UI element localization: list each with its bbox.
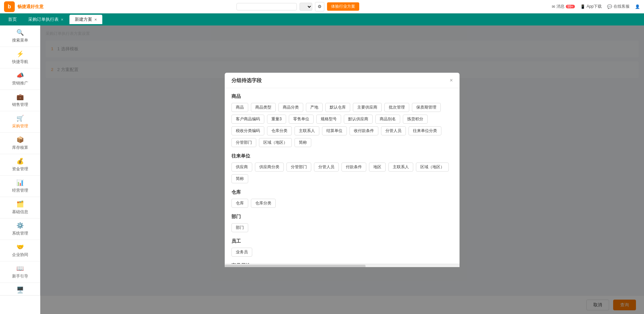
field-tag[interactable]: 规格型号 xyxy=(316,115,341,124)
field-tag[interactable]: 区域（地区） xyxy=(259,138,292,147)
sidebar-item-shortcuts[interactable]: ⚡ 快捷导航 xyxy=(0,47,40,68)
header-search-input[interactable] xyxy=(236,3,297,10)
tab-home[interactable]: 首页 xyxy=(3,15,22,24)
field-tag[interactable]: 主联系人 xyxy=(388,163,413,172)
field-tag[interactable]: 默认仓库 xyxy=(325,103,350,112)
sidebar-item-marketing-label: 营销推广 xyxy=(12,80,28,86)
sidebar: 🔍 搜索菜单 ⚡ 快捷导航 📣 营销推广 💼 销售管理 🛒 采购管理 📦 库存核… xyxy=(0,25,40,314)
field-tag[interactable]: 分管人员 xyxy=(381,126,406,135)
field-tag[interactable]: 商品别名 xyxy=(375,115,400,124)
field-tag[interactable]: 重量3 xyxy=(267,115,286,124)
system-icon: ⚙️ xyxy=(16,222,24,229)
sidebar-item-finance[interactable]: 💰 资金管理 xyxy=(0,154,40,176)
service-icon: 💬 xyxy=(607,4,612,9)
sidebar-item-enterprise[interactable]: 🤝 企业协同 xyxy=(0,240,40,261)
field-tag[interactable]: 保质期管理 xyxy=(412,103,441,112)
header-right: ✉ 消息 99+ 📱 App下载 💬 在线客服 👤 xyxy=(552,4,640,9)
gear-icon[interactable]: ⚙ xyxy=(315,2,324,11)
message-label: 消息 xyxy=(556,4,565,9)
logo-icon: b xyxy=(4,1,15,12)
sidebar-item-basics-label: 基础信息 xyxy=(12,209,28,215)
modal-hscrollbar[interactable] xyxy=(225,264,460,267)
purchase-icon: 🛒 xyxy=(16,115,24,122)
field-tag[interactable]: 批次管理 xyxy=(384,103,409,112)
field-tag[interactable]: 产地 xyxy=(306,103,323,112)
app-icon: 📱 xyxy=(580,4,585,9)
message-badge: 99+ xyxy=(566,5,575,8)
field-tag[interactable]: 仓库 xyxy=(231,199,248,208)
field-tag[interactable]: 主联系人 xyxy=(294,126,319,135)
online-service-label: 在线客服 xyxy=(613,4,630,9)
field-tag[interactable]: 简称 xyxy=(294,138,311,147)
field-tag[interactable]: 拣货积分 xyxy=(403,115,428,124)
field-tag[interactable]: 商品 xyxy=(231,103,248,112)
modal-body: 商品 商品 商品类型 商品分类 产地 默认仓库 主要供应商 批次管理 保质期管理… xyxy=(225,88,460,264)
field-tag[interactable]: 客户商品编码 xyxy=(231,115,264,124)
modal-title: 分组待选字段 xyxy=(231,77,262,84)
message-button[interactable]: ✉ 消息 99+ xyxy=(552,4,575,9)
header-center: ⚙ 体验行业方案 xyxy=(236,2,359,11)
tab-purchase-order-close[interactable]: ✕ xyxy=(61,18,63,21)
sidebar-item-sales-label: 销售管理 xyxy=(12,102,28,108)
sidebar-item-system-label: 系统管理 xyxy=(12,231,28,236)
sidebar-item-enterprise-label: 企业协同 xyxy=(12,252,28,258)
sidebar-item-search[interactable]: 🔍 搜索菜单 xyxy=(0,25,40,47)
sales-icon: 💼 xyxy=(16,93,24,101)
field-tag[interactable]: 分管部门 xyxy=(286,163,311,172)
top-header: b 畅捷通好生意 ⚙ 体验行业方案 ✉ 消息 99+ 📱 App下载 💬 在线客… xyxy=(0,0,644,13)
field-tag[interactable]: 付款条件 xyxy=(341,163,366,172)
sidebar-item-system[interactable]: ⚙️ 系统管理 xyxy=(0,218,40,240)
tab-new-plan-label: 新建方案 xyxy=(75,16,92,22)
section-warehouse: 仓库 仓库 仓库分类 xyxy=(231,189,453,208)
section-product: 商品 商品 商品类型 商品分类 产地 默认仓库 主要供应商 批次管理 保质期管理… xyxy=(231,93,453,147)
field-tag[interactable]: 收付款条件 xyxy=(350,126,378,135)
tab-new-plan-close[interactable]: ✕ xyxy=(94,18,97,21)
experience-button[interactable]: 体验行业方案 xyxy=(327,2,359,11)
sidebar-item-marketing[interactable]: 📣 营销推广 xyxy=(0,68,40,90)
modal-hscrollbar-thumb xyxy=(225,265,366,267)
header-dropdown[interactable] xyxy=(300,3,312,11)
tab-new-plan[interactable]: 新建方案 ✕ xyxy=(69,15,102,24)
field-tag[interactable]: 分管人员 xyxy=(314,163,339,172)
sidebar-item-purchase[interactable]: 🛒 采购管理 xyxy=(0,111,40,133)
modal: 分组待选字段 × 商品 商品 商品类型 商品分类 产地 默认仓库 主要供应商 xyxy=(225,73,460,267)
field-tag[interactable]: 默认供应商 xyxy=(344,115,373,124)
sidebar-item-search-label: 搜索菜单 xyxy=(12,38,28,43)
tab-purchase-order-label: 采购订单执行表 xyxy=(28,16,59,22)
field-tag[interactable]: 商品分类 xyxy=(278,103,303,112)
field-tag[interactable]: 地区 xyxy=(369,163,386,172)
field-tag[interactable]: 税收分类编码 xyxy=(231,126,264,135)
search-icon: 🔍 xyxy=(16,29,24,36)
field-tag[interactable]: 主要供应商 xyxy=(353,103,382,112)
layout: 🔍 搜索菜单 ⚡ 快捷导航 📣 营销推广 💼 销售管理 🛒 采购管理 📦 库存核… xyxy=(0,25,644,314)
user-avatar[interactable]: 👤 xyxy=(635,4,640,9)
sidebar-item-operations-label: 经营管理 xyxy=(12,188,28,193)
field-tag[interactable]: 往来单位分类 xyxy=(409,126,441,135)
online-service-button[interactable]: 💬 在线客服 xyxy=(607,4,630,9)
field-tag[interactable]: 结算单位 xyxy=(322,126,347,135)
field-tag[interactable]: 业务员 xyxy=(231,248,252,257)
modal-close-button[interactable]: × xyxy=(450,77,453,83)
tab-purchase-order[interactable]: 采购订单执行表 ✕ xyxy=(23,15,69,24)
sidebar-item-guide[interactable]: 📖 新手引导 xyxy=(0,261,40,283)
sidebar-item-inventory[interactable]: 📦 库存核算 xyxy=(0,133,40,154)
sidebar-item-guide-label: 新手引导 xyxy=(12,273,28,279)
field-tag[interactable]: 零售单位 xyxy=(289,115,314,124)
app-download-button[interactable]: 📱 App下载 xyxy=(580,4,602,9)
field-tag[interactable]: 仓库分类 xyxy=(251,199,276,208)
section-warehouse-tags: 仓库 仓库分类 xyxy=(231,199,453,208)
field-tag[interactable]: 商品类型 xyxy=(251,103,276,112)
field-tag[interactable]: 部门 xyxy=(231,223,248,232)
logo-area: b 畅捷通好生意 xyxy=(4,1,44,12)
sidebar-item-sales[interactable]: 💼 销售管理 xyxy=(0,90,40,111)
modal-header: 分组待选字段 × xyxy=(225,73,460,88)
modal-overlay: 分组待选字段 × 商品 商品 商品类型 商品分类 产地 默认仓库 主要供应商 xyxy=(40,25,644,314)
field-tag[interactable]: 仓库分类 xyxy=(267,126,292,135)
sidebar-item-basics[interactable]: 🗂️ 基础信息 xyxy=(0,197,40,218)
field-tag[interactable]: 简称 xyxy=(231,174,248,183)
field-tag[interactable]: 供应商分类 xyxy=(255,163,284,172)
field-tag[interactable]: 分管部门 xyxy=(231,138,256,147)
field-tag[interactable]: 区域（地区） xyxy=(416,163,449,172)
sidebar-item-operations[interactable]: 📊 经营管理 xyxy=(0,176,40,197)
field-tag[interactable]: 供应商 xyxy=(231,163,252,172)
